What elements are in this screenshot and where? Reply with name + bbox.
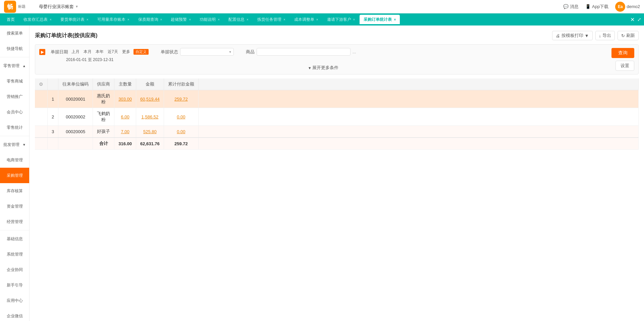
sidebar-item-new-guide[interactable]: 新手引导: [0, 277, 29, 293]
tab-order-stat[interactable]: 要货单统计表 ×: [56, 15, 93, 24]
sidebar-item-marketing[interactable]: 营销推广: [0, 89, 29, 104]
tab-purchase-stat[interactable]: 采购订单统计表 ×: [360, 15, 400, 24]
row-settings-cell: [35, 90, 48, 108]
tab-receive[interactable]: 收发存汇总表 ×: [19, 15, 56, 24]
filter-left: ▶ 单据日期 上月 本月 本年 近7天 更多: [39, 48, 607, 71]
sidebar-item-enterprise-collab[interactable]: 企业协同: [0, 262, 29, 277]
sidebar-item-retail-stat[interactable]: 零售统计: [0, 120, 29, 135]
table-body: 1 00020001 惠氏奶粉 303.00 60,519.44 259.72 …: [35, 90, 639, 138]
workspace-arrow-icon: ▼: [75, 5, 78, 8]
tab-available-stock[interactable]: 可用量库存账本 ×: [93, 15, 133, 24]
app-download-btn[interactable]: 📱 App下载: [585, 4, 608, 10]
tab-available-stock-close-icon[interactable]: ×: [127, 18, 129, 21]
sidebar-item-member-center[interactable]: 会员中心: [0, 104, 29, 120]
row-index-cell: 2: [48, 108, 58, 126]
sidebar-item-batch-mgmt[interactable]: 批发管理 ▼: [0, 137, 29, 152]
tab-config-label: 配置信息: [228, 17, 245, 22]
date-shortcut-more[interactable]: 更多: [121, 49, 131, 55]
row-quantity-cell[interactable]: 303.00: [114, 90, 136, 108]
sidebar-item-purchase-mgmt[interactable]: 采购管理: [0, 168, 29, 183]
sidebar-item-quick-nav[interactable]: 快捷导航: [0, 41, 29, 56]
sidebar-item-retail-shop[interactable]: 零售商城: [0, 73, 29, 89]
filter-area: ▶ 单据日期 上月 本月 本年 近7天 更多: [35, 44, 639, 74]
expand-tab-icon[interactable]: ⤢: [637, 17, 641, 22]
logo-text: 标题: [18, 4, 25, 9]
sidebar-item-app-center[interactable]: 应用中心: [0, 293, 29, 308]
template-print-button[interactable]: 🖨 按模板打印 ▼: [552, 31, 593, 40]
sidebar-item-retail-mgmt[interactable]: 零售管理 ▲: [0, 58, 29, 73]
sidebar-new-guide-label: 新手引导: [7, 282, 23, 288]
row-amount-cell[interactable]: 1,586.52: [136, 108, 164, 126]
tab-func-desc-close-icon[interactable]: ×: [218, 18, 220, 21]
table-row[interactable]: 1 00020001 惠氏奶粉 303.00 60,519.44 259.72: [35, 90, 639, 108]
sidebar-finance-mgmt-label: 资金管理: [7, 204, 23, 209]
tab-cost-adjust[interactable]: 成本调整单 ×: [290, 15, 322, 24]
sidebar-quick-nav-label: 快捷导航: [7, 46, 23, 52]
tab-purchase-stat-close-icon[interactable]: ×: [394, 18, 396, 21]
row-paid-amount-cell[interactable]: 259.72: [164, 90, 198, 108]
sidebar-item-system-mgmt[interactable]: 系统管理: [0, 247, 29, 262]
date-shortcut-this-year[interactable]: 本年: [94, 49, 105, 55]
table-row[interactable]: 2 00020002 飞鹤奶粉 6.00 1,586.52 0.00: [35, 108, 639, 126]
status-select-wrapper: [180, 48, 234, 56]
close-tab-icon[interactable]: ✕: [630, 16, 635, 23]
tab-func-desc[interactable]: 功能说明 ×: [196, 15, 224, 24]
tab-pick-task-close-icon[interactable]: ×: [283, 18, 285, 21]
more-fields-icon[interactable]: ...: [353, 49, 356, 54]
sidebar-marketing-label: 营销推广: [7, 94, 23, 100]
sidebar-item-enterprise-wechat[interactable]: 企业微信: [0, 308, 29, 321]
sidebar-item-finance-mgmt[interactable]: 资金管理: [0, 199, 29, 214]
tab-overstock-close-icon[interactable]: ×: [189, 18, 191, 21]
date-shortcut-last-month[interactable]: 上月: [70, 49, 81, 55]
table-row[interactable]: 3 00020005 好孩子 7.00 525.80 0.00: [35, 126, 639, 138]
tab-cost-adjust-close-icon[interactable]: ×: [316, 18, 318, 21]
refresh-button[interactable]: ↻ 刷新: [618, 31, 639, 40]
row-extra-cell: [198, 108, 638, 126]
setting-button[interactable]: 设置: [615, 61, 634, 71]
row-paid-amount-cell[interactable]: 0.00: [164, 126, 198, 138]
filter-expand-toggle[interactable]: ▶: [39, 49, 45, 55]
goods-input[interactable]: [257, 48, 351, 56]
sidebar-item-search[interactable]: 搜索菜单: [0, 25, 29, 41]
sidebar-item-stock-check[interactable]: 库存核算: [0, 183, 29, 199]
summary-row: 合计 316.00 62,631.76 259.72: [35, 138, 639, 150]
date-shortcut-this-month[interactable]: 本月: [82, 49, 93, 55]
row-amount-cell[interactable]: 525.80: [136, 126, 164, 138]
search-button[interactable]: 查询: [611, 48, 634, 58]
summary-index-cell: [48, 138, 58, 150]
tab-receive-close-icon[interactable]: ×: [50, 18, 52, 21]
sidebar-item-ops-mgmt[interactable]: 经营管理: [0, 214, 29, 229]
export-icon: ↓: [599, 33, 601, 38]
date-range-display: 2016-01-01 至 2023-12-31: [66, 57, 607, 63]
row-supplier-code-cell: 00020005: [58, 126, 93, 138]
main-layout: 搜索菜单 快捷导航 零售管理 ▲ 零售商城 营销推广 会员中心 零售统计 批发管…: [0, 25, 644, 321]
tab-warranty-close-icon[interactable]: ×: [160, 18, 162, 21]
tab-config-close-icon[interactable]: ×: [247, 18, 249, 21]
workspace-selector[interactable]: 母婴行业演示账套 ▼: [39, 4, 78, 10]
sidebar-item-basic-info[interactable]: 基础信息: [0, 231, 29, 247]
filter-goods-label: 商品: [246, 49, 255, 55]
tab-home[interactable]: 首页: [3, 15, 19, 24]
tab-overstock[interactable]: 超储预警 ×: [167, 15, 195, 24]
message-btn[interactable]: 💬 消息: [563, 4, 579, 10]
tab-pick-task[interactable]: 拣货任务管理 ×: [253, 15, 289, 24]
tab-invite-client[interactable]: 邀请下游客户 ×: [323, 15, 359, 24]
tab-config[interactable]: 配置信息 ×: [224, 15, 253, 24]
date-shortcut-7days[interactable]: 近7天: [106, 49, 119, 55]
table-settings-icon[interactable]: ⚙: [39, 82, 43, 87]
export-button[interactable]: ↓ 导出: [595, 31, 615, 40]
tab-order-stat-close-icon[interactable]: ×: [87, 18, 89, 21]
sidebar-enterprise-wechat-label: 企业微信: [7, 313, 23, 319]
expand-more-button[interactable]: ▾ 展开更多条件: [309, 65, 338, 71]
tab-invite-client-close-icon[interactable]: ×: [353, 18, 355, 21]
app-download-icon: 📱: [585, 4, 591, 9]
row-quantity-cell[interactable]: 7.00: [114, 126, 136, 138]
row-paid-amount-cell[interactable]: 0.00: [164, 108, 198, 126]
row-quantity-cell[interactable]: 6.00: [114, 108, 136, 126]
row-amount-cell[interactable]: 60,519.44: [136, 90, 164, 108]
status-select[interactable]: [180, 48, 234, 56]
sidebar-item-ecom-mgmt[interactable]: 电商管理: [0, 152, 29, 168]
tab-warranty[interactable]: 保质期查询 ×: [134, 15, 166, 24]
date-custom-badge[interactable]: 自定义: [133, 49, 149, 55]
user-profile[interactable]: Ea demo2: [615, 2, 640, 12]
